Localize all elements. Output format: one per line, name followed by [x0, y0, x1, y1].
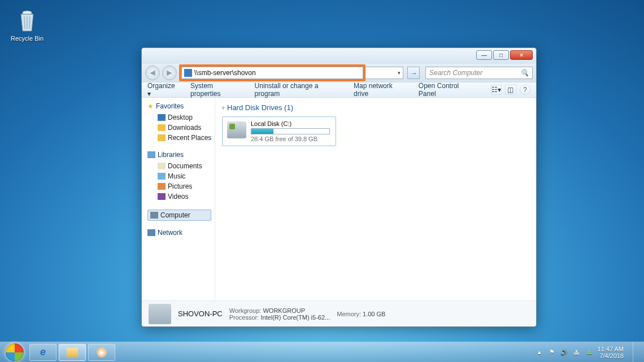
drive-local-disk-c[interactable]: Local Disk (C:) 28.4 GB free of 39.8 GB	[222, 116, 336, 146]
sidebar-item-network[interactable]: Network	[147, 229, 215, 237]
clock-time: 11:47 AM	[598, 346, 624, 352]
documents-icon	[158, 163, 166, 169]
minimize-button[interactable]: —	[476, 50, 492, 60]
memory-label: Memory:	[337, 311, 361, 317]
folder-icon	[158, 134, 166, 141]
search-icon: 🔍	[520, 69, 529, 77]
sidebar-item-music[interactable]: Music	[147, 171, 215, 181]
sidebar-item-downloads[interactable]: Downloads	[147, 123, 215, 133]
minimize-icon: —	[481, 52, 487, 58]
system-properties-button[interactable]: System properties	[190, 82, 243, 98]
favorites-label: Favorites	[156, 102, 184, 110]
favorites-header[interactable]: ★Favorites	[147, 102, 215, 110]
usage-bar	[251, 128, 330, 134]
computer-icon	[150, 212, 158, 219]
titlebar[interactable]: — □ ✕	[142, 48, 536, 64]
go-icon: →	[410, 69, 417, 77]
explorer-window: — □ ✕ ◄ ► \\smb-server\shovon ▾ → Search…	[141, 47, 537, 327]
folder-icon	[158, 124, 166, 131]
show-desktop-button[interactable]	[633, 342, 639, 363]
ie-icon: e	[40, 346, 46, 358]
system-tray: ▴ ⚑ 🔊 🖧 ⏏ 11:47 AM 7/4/2018	[536, 342, 642, 363]
sidebar-item-pictures[interactable]: Pictures	[147, 181, 215, 191]
media-player-icon: ▶	[97, 347, 107, 357]
sidebar-item-label: Recent Places	[168, 133, 211, 143]
libraries-header[interactable]: Libraries	[147, 151, 215, 159]
section-label: Hard Disk Drives (1)	[227, 103, 293, 112]
sidebar-item-label: Documents	[168, 161, 202, 171]
desktop-icon	[158, 114, 166, 121]
taskbar-ie-button[interactable]: e	[29, 344, 56, 361]
network-label: Network	[158, 229, 182, 237]
back-button[interactable]: ◄	[145, 66, 160, 80]
sidebar-item-label: Downloads	[168, 123, 201, 133]
workgroup-value: WORKGROUP	[263, 307, 305, 314]
volume-icon[interactable]: 🔊	[560, 348, 568, 356]
memory-value: 1.00 GB	[363, 311, 385, 317]
address-bar[interactable]: \\smb-server\shovon	[181, 67, 363, 79]
taskbar-wmp-button[interactable]: ▶	[88, 344, 115, 361]
hard-drive-icon	[227, 121, 246, 138]
refresh-button[interactable]: →	[407, 67, 420, 79]
sidebar-item-recent[interactable]: Recent Places	[147, 133, 215, 143]
map-network-drive-button[interactable]: Map network drive	[354, 82, 407, 98]
recycle-bin-icon	[16, 8, 38, 33]
address-path: \\smb-server\shovon	[194, 69, 256, 77]
collapse-icon: ▿	[222, 105, 225, 111]
action-center-icon[interactable]: ⚑	[548, 348, 556, 356]
recycle-bin[interactable]: Recycle Bin	[9, 8, 45, 42]
address-dropdown[interactable]: ▾	[365, 67, 403, 79]
close-icon: ✕	[519, 52, 524, 58]
processor-label: Processor:	[229, 314, 259, 321]
chevron-down-icon: ▾	[398, 70, 401, 76]
computer-icon	[184, 69, 192, 77]
clock-date: 7/4/2018	[598, 352, 624, 359]
sidebar-item-desktop[interactable]: Desktop	[147, 112, 215, 123]
taskbar-explorer-button[interactable]	[59, 344, 86, 361]
sidebar-item-computer[interactable]: Computer	[147, 210, 211, 221]
sidebar-item-label: Music	[168, 171, 185, 181]
forward-button[interactable]: ►	[162, 66, 177, 80]
address-highlight: \\smb-server\shovon	[179, 64, 365, 81]
libraries-label: Libraries	[158, 151, 184, 159]
help-button[interactable]: ?	[520, 85, 530, 95]
preview-pane-button[interactable]: ◫	[505, 85, 516, 95]
sidebar-item-label: Pictures	[168, 181, 192, 191]
computer-label: Computer	[160, 211, 190, 219]
content-pane: ▿Hard Disk Drives (1) Local Disk (C:) 28…	[215, 98, 536, 300]
network-icon	[147, 229, 155, 236]
processor-value: Intel(R) Core(TM) i5-62...	[260, 314, 330, 321]
sidebar-item-label: Videos	[168, 191, 188, 202]
drive-free-text: 28.4 GB free of 39.8 GB	[251, 136, 330, 142]
pictures-icon	[158, 183, 166, 190]
open-control-panel-button[interactable]: Open Control Panel	[419, 82, 476, 98]
uninstall-program-button[interactable]: Uninstall or change a program	[255, 82, 342, 98]
star-icon: ★	[147, 102, 154, 110]
taskbar-clock[interactable]: 11:47 AM 7/4/2018	[598, 346, 624, 359]
search-placeholder: Search Computer	[429, 69, 482, 77]
close-button[interactable]: ✕	[510, 50, 533, 60]
sidebar-item-label: Desktop	[168, 112, 193, 123]
show-hidden-icons-button[interactable]: ▴	[536, 348, 543, 356]
details-pc-name: SHOVON-PC	[178, 309, 223, 318]
start-button[interactable]	[2, 343, 27, 362]
taskbar: e ▶ ▴ ⚑ 🔊 🖧 ⏏ 11:47 AM 7/4/2018	[0, 342, 644, 362]
sidebar-item-documents[interactable]: Documents	[147, 161, 215, 171]
network-tray-icon[interactable]: 🖧	[573, 348, 581, 356]
folder-icon	[67, 348, 78, 357]
music-icon	[158, 173, 166, 180]
maximize-button[interactable]: □	[493, 50, 509, 60]
details-pane: SHOVON-PC Workgroup: WORKGROUP Processor…	[142, 300, 536, 326]
command-bar: Organize ▾ System properties Uninstall o…	[142, 82, 536, 98]
windows-logo-icon	[6, 343, 24, 361]
drive-name: Local Disk (C:)	[251, 120, 330, 127]
nav-row: ◄ ► \\smb-server\shovon ▾ → Search Compu…	[142, 64, 536, 82]
organize-menu[interactable]: Organize ▾	[147, 82, 179, 98]
workgroup-label: Workgroup:	[229, 307, 262, 314]
view-options-button[interactable]: ☷▾	[491, 85, 502, 95]
recycle-bin-label: Recycle Bin	[11, 35, 43, 42]
sidebar-item-videos[interactable]: Videos	[147, 191, 215, 202]
safely-remove-icon[interactable]: ⏏	[585, 348, 593, 356]
search-input[interactable]: Search Computer 🔍	[425, 67, 533, 79]
section-hard-disk-drives[interactable]: ▿Hard Disk Drives (1)	[222, 103, 529, 112]
